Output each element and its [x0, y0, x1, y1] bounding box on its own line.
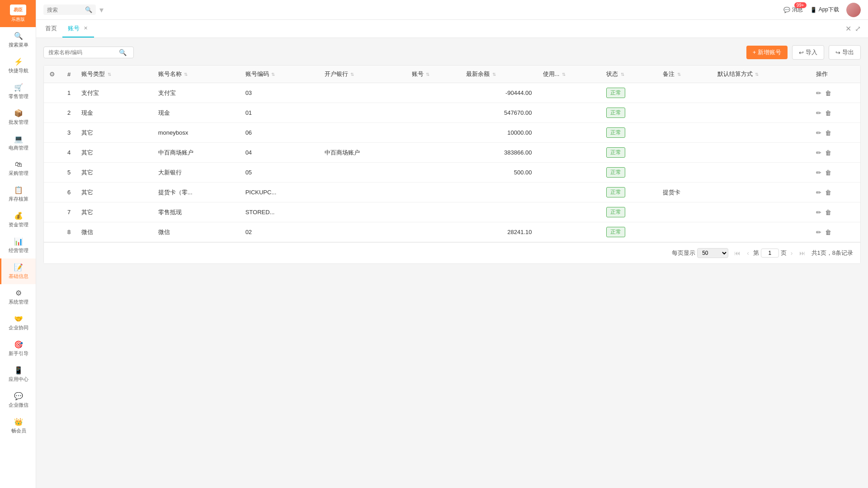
sidebar-item-search-menu[interactable]: 🔍搜索菜单	[0, 27, 36, 53]
import-button[interactable]: ↩ 导入	[792, 45, 824, 60]
row-account-type: 其它	[76, 163, 153, 183]
col-latest-balance[interactable]: 最新余额 ⇅	[461, 66, 538, 83]
col-settings-icon[interactable]: ⚙	[49, 70, 55, 78]
tab-account-close[interactable]: ✕	[82, 25, 89, 32]
edit-btn[interactable]: ✏	[816, 109, 821, 117]
row-account-no	[406, 123, 461, 143]
row-account-name: 零售抵现	[153, 202, 240, 222]
sidebar-item-basic-info[interactable]: 📝基础信息	[0, 258, 36, 284]
sidebar-item-purchase-mgmt[interactable]: 🛍采购管理	[0, 156, 36, 181]
col-account-code[interactable]: 账号编码 ⇅	[240, 66, 319, 83]
row-usage	[538, 143, 601, 163]
edit-btn[interactable]: ✏	[816, 149, 821, 156]
export-label: 导出	[842, 48, 854, 56]
tab-home[interactable]: 首页	[40, 20, 62, 38]
tab-expand-btn[interactable]: ⤢	[855, 24, 861, 33]
row-account-code: 05	[240, 163, 319, 183]
search-box[interactable]: 🔍	[43, 47, 134, 58]
delete-btn[interactable]: 🗑	[825, 89, 831, 97]
row-default-settlement	[712, 222, 811, 242]
sidebar-item-inventory[interactable]: 📋库存核算	[0, 181, 36, 207]
sidebar-item-app-center[interactable]: 📱应用中心	[0, 361, 36, 387]
topbar-search-input[interactable]	[47, 7, 83, 13]
sidebar-quick-nav-label: 快捷导航	[9, 67, 28, 74]
edit-btn[interactable]: ✏	[816, 89, 821, 97]
sidebar-item-member[interactable]: 👑畅会员	[0, 413, 36, 439]
edit-btn[interactable]: ✏	[816, 189, 821, 196]
edit-btn[interactable]: ✏	[816, 229, 821, 236]
accounts-table-wrapper: ⚙ # 账号类型 ⇅ 账号名称 ⇅ 账号编码 ⇅ 开户银行 ⇅ 账号 ⇅ 最新余…	[43, 65, 861, 264]
sidebar-item-corp-agreement[interactable]: 🤝企业协同	[0, 310, 36, 336]
sidebar-item-corp-wechat[interactable]: 💬企业微信	[0, 387, 36, 413]
toolbar: 🔍 + 新增账号 ↩ 导入 ↪ 导出	[43, 45, 861, 60]
col-default-settlement[interactable]: 默认结算方式 ⇅	[712, 66, 811, 83]
app-logo: 易臣 乐惠版	[0, 0, 36, 27]
new-account-button[interactable]: + 新增账号	[746, 46, 788, 59]
delete-btn[interactable]: 🗑	[825, 129, 831, 136]
notification-icon: 💬	[783, 7, 790, 13]
table-row: 4 其它 中百商场账户 04 中百商场账户 383866.00 正常 ✏ 🗑	[44, 143, 860, 163]
row-status: 正常	[601, 103, 657, 123]
topbar-search-box[interactable]: 🔍	[43, 5, 96, 15]
sidebar-member-label: 畅会员	[11, 427, 26, 434]
export-button[interactable]: ↪ 导出	[829, 45, 861, 60]
main-content: 🔍 ▾ 💬 消息 99+ 📱 App下载 首页 账号 ✕	[36, 0, 868, 488]
page-first-btn[interactable]: ⏮	[732, 249, 743, 258]
topbar-dropdown-icon[interactable]: ▾	[99, 5, 104, 15]
sidebar-item-wholesale-mgmt[interactable]: 📦批发管理	[0, 104, 36, 130]
sidebar-item-quick-nav[interactable]: ⚡快捷导航	[0, 53, 36, 79]
tab-home-label: 首页	[45, 24, 57, 33]
edit-btn[interactable]: ✏	[816, 169, 821, 176]
row-no: 3	[62, 123, 76, 143]
delete-btn[interactable]: 🗑	[825, 209, 831, 216]
row-settings	[44, 202, 62, 222]
delete-btn[interactable]: 🗑	[825, 229, 831, 236]
row-usage	[538, 222, 601, 242]
col-account-type[interactable]: 账号类型 ⇅	[76, 66, 153, 83]
search-icon[interactable]: 🔍	[119, 49, 127, 56]
tab-account[interactable]: 账号 ✕	[62, 20, 94, 38]
tab-close-btn[interactable]: ✕	[845, 24, 851, 33]
sidebar-item-sys-mgmt[interactable]: ⚙系统管理	[0, 284, 36, 310]
row-account-code: PICKUPC...	[240, 183, 319, 202]
delete-btn[interactable]: 🗑	[825, 149, 831, 156]
page-size-dropdown[interactable]: 50 20 100	[697, 248, 728, 258]
row-no: 7	[62, 202, 76, 222]
sidebar-item-retail-mgmt[interactable]: 🛒零售管理	[0, 79, 36, 104]
col-usage[interactable]: 使用... ⇅	[538, 66, 601, 83]
page-number-input[interactable]	[761, 249, 779, 258]
sidebar-retail-mgmt-label: 零售管理	[9, 93, 28, 100]
edit-btn[interactable]: ✏	[816, 129, 821, 136]
delete-btn[interactable]: 🗑	[825, 189, 831, 196]
sidebar-guide-icon: 🎯	[14, 340, 23, 349]
sidebar-corp-agreement-icon: 🤝	[14, 314, 23, 323]
row-remark	[657, 103, 712, 123]
sidebar-corp-agreement-label: 企业协同	[9, 324, 28, 331]
user-avatar[interactable]	[846, 3, 861, 17]
delete-btn[interactable]: 🗑	[825, 169, 831, 176]
page-size-label: 每页显示	[672, 249, 695, 257]
edit-btn[interactable]: ✏	[816, 209, 821, 216]
sidebar-item-capital-mgmt[interactable]: 💰资金管理	[0, 207, 36, 233]
row-no: 2	[62, 103, 76, 123]
page-prev-btn[interactable]: ‹	[745, 249, 751, 258]
row-default-settlement	[712, 123, 811, 143]
page-last-btn[interactable]: ⏭	[797, 249, 808, 258]
sidebar-item-ops-mgmt[interactable]: 📊经营管理	[0, 233, 36, 258]
row-account-name: 微信	[153, 222, 240, 242]
col-remark[interactable]: 备注 ⇅	[657, 66, 712, 83]
notification-btn[interactable]: 💬 消息 99+	[783, 6, 803, 14]
sidebar-menu: 🔍搜索菜单⚡快捷导航🛒零售管理📦批发管理💻电商管理🛍采购管理📋库存核算💰资金管理…	[0, 27, 36, 488]
row-open-bank	[319, 103, 406, 123]
sidebar-item-ecommerce-mgmt[interactable]: 💻电商管理	[0, 130, 36, 156]
sidebar-item-guide[interactable]: 🎯新手引导	[0, 336, 36, 361]
search-input[interactable]	[48, 49, 116, 56]
app-download-btn[interactable]: 📱 App下载	[810, 6, 839, 14]
delete-btn[interactable]: 🗑	[825, 109, 831, 117]
col-open-bank[interactable]: 开户银行 ⇅	[319, 66, 406, 83]
page-next-btn[interactable]: ›	[788, 249, 795, 258]
col-account-no[interactable]: 账号 ⇅	[406, 66, 461, 83]
col-status[interactable]: 状态 ⇅	[601, 66, 657, 83]
col-account-name[interactable]: 账号名称 ⇅	[153, 66, 240, 83]
row-default-settlement	[712, 103, 811, 123]
